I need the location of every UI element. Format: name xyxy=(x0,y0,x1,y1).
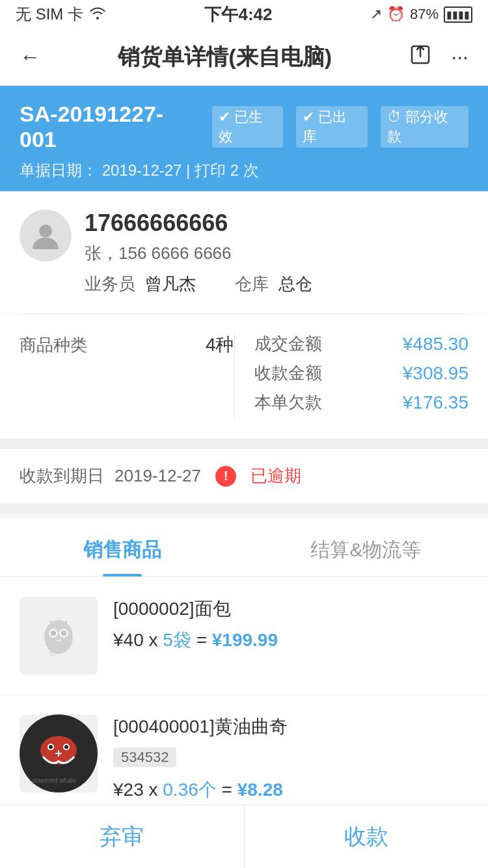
product-tag-2: 534532 xyxy=(113,748,176,767)
banner-row1: SA-20191227-001 ✔ 已生效 ✔ 已出库 ⏱ 部分收款 xyxy=(20,102,468,152)
sales-rep-info: 业务员 曾凡杰 xyxy=(85,273,196,295)
product-unit-price-1: ¥40 xyxy=(113,630,144,650)
overdue-text: 已逾期 xyxy=(251,465,301,487)
svg-point-13 xyxy=(64,745,68,749)
alarm-icon: ⏰ xyxy=(387,6,405,23)
status-left: 无 SIM 卡 xyxy=(16,4,107,25)
banner-row2: 单据日期： 2019-12-27 | 打印 2 次 xyxy=(20,160,468,181)
wifi-icon xyxy=(88,5,107,23)
product-price-1: ¥40 x 5袋 = ¥199.99 xyxy=(113,628,468,653)
nav-bar: ← 销货单详情(来自电脑) ··· xyxy=(0,29,488,86)
summary-section: 商品种类 4种 成交金额 ¥485.30 收款金额 ¥308.95 本单欠款 ¥… xyxy=(0,314,488,439)
svg-text:powered whale: powered whale xyxy=(33,777,77,784)
due-date-label: 收款到期日 xyxy=(20,465,104,487)
svg-point-1 xyxy=(39,224,52,237)
status-bar: 无 SIM 卡 下午4:42 ↗ ⏰ 87% ▮▮▮▮ xyxy=(0,0,488,29)
svg-point-5 xyxy=(51,631,56,636)
date-label: 单据日期： xyxy=(20,161,98,179)
received-value: ¥308.95 xyxy=(403,363,468,384)
sales-rep-value: 曾凡杰 xyxy=(145,274,196,293)
more-icon[interactable]: ··· xyxy=(451,45,468,69)
warehouse-label: 仓库 xyxy=(235,274,269,293)
due-date-value: 2019-12-27 xyxy=(115,466,201,486)
kind-count: 4种 xyxy=(206,332,234,357)
received-item: 收款金额 ¥308.95 xyxy=(254,362,469,385)
print-info: | 打印 2 次 xyxy=(186,161,259,179)
status-right: ↗ ⏰ 87% ▮▮▮▮ xyxy=(370,6,472,23)
product-kinds: 商品种类 4种 xyxy=(20,332,234,357)
section-divider-2 xyxy=(0,503,488,513)
product-code-1: [0000002]面包 xyxy=(113,597,468,621)
product-info-2: [000400001]黄油曲奇 534532 ¥23 x 0.36个 = ¥8.… xyxy=(113,714,468,802)
location-icon: ↗ xyxy=(370,6,382,23)
sales-rep-label: 业务员 xyxy=(85,274,135,293)
customer-name-phone: 张，156 6666 6666 xyxy=(85,242,468,265)
debt-item: 本单欠款 ¥176.35 xyxy=(254,391,469,414)
badge-partial-payment: ⏱ 部分收款 xyxy=(381,106,468,148)
collect-button[interactable]: 收款 xyxy=(245,805,489,868)
reject-button[interactable]: 弃审 xyxy=(0,805,245,868)
warehouse-info: 仓库 总仓 xyxy=(235,273,312,295)
order-date: 2019-12-27 xyxy=(102,161,182,179)
order-header: SA-20191227-001 ✔ 已生效 ✔ 已出库 ⏱ 部分收款 单据日期：… xyxy=(0,86,488,191)
sim-status: 无 SIM 卡 xyxy=(16,4,83,25)
svg-point-12 xyxy=(49,745,53,749)
status-time: 下午4:42 xyxy=(204,3,272,26)
battery-icon: ▮▮▮▮ xyxy=(444,7,472,23)
tabs-container: 销售商品 结算&物流等 xyxy=(0,519,488,577)
product-info-1: [0000002]面包 ¥40 x 5袋 = ¥199.99 xyxy=(113,597,468,653)
avatar xyxy=(20,210,72,262)
amount-item: 成交金额 ¥485.30 xyxy=(254,332,469,355)
customer-section: 17666666666 张，156 6666 6666 业务员 曾凡杰 仓库 总… xyxy=(0,191,488,314)
product-total-2: ¥8.28 xyxy=(237,780,283,800)
section-divider-1 xyxy=(0,439,488,449)
back-button[interactable]: ← xyxy=(20,45,40,69)
product-thumb-1: 鱼+ xyxy=(20,597,98,675)
summary-right: 成交金额 ¥485.30 收款金额 ¥308.95 本单欠款 ¥176.35 xyxy=(254,332,469,420)
kind-label: 商品种类 xyxy=(20,334,87,357)
product-qty-1: 5袋 xyxy=(163,630,191,650)
product-price-2: ¥23 x 0.36个 = ¥8.28 xyxy=(113,778,468,802)
amount-label: 成交金额 xyxy=(254,332,322,355)
product-qty-2: 0.36个 xyxy=(163,780,217,800)
list-item: 鱼+ [0000002]面包 ¥40 x 5袋 = ¥199.99 xyxy=(0,577,488,695)
debt-value: ¥176.35 xyxy=(403,392,468,413)
battery-text: 87% xyxy=(410,6,439,23)
list-item: powered whale [000400001]黄油曲奇 534532 ¥23… xyxy=(0,695,488,822)
product-code-2: [000400001]黄油曲奇 xyxy=(113,714,468,739)
product-list: 鱼+ [0000002]面包 ¥40 x 5袋 = ¥199.99 xyxy=(0,577,488,822)
svg-point-6 xyxy=(61,631,66,636)
page-title: 销货单详情(来自电脑) xyxy=(118,42,332,72)
tab-settlement[interactable]: 结算&物流等 xyxy=(244,519,488,576)
nav-actions: ··· xyxy=(409,44,468,71)
customer-info: 17666666666 张，156 6666 6666 业务员 曾凡杰 仓库 总… xyxy=(85,210,468,295)
received-label: 收款金额 xyxy=(254,362,322,385)
tab-products[interactable]: 销售商品 xyxy=(0,519,244,576)
product-thumb-2: powered whale xyxy=(20,714,98,793)
customer-meta: 业务员 曾凡杰 仓库 总仓 xyxy=(85,273,468,295)
due-date-section: 收款到期日 2019-12-27 ! 已逾期 xyxy=(0,449,488,503)
amount-value: ¥485.30 xyxy=(403,334,468,355)
share-icon[interactable] xyxy=(409,44,431,71)
svg-text:鱼+: 鱼+ xyxy=(49,649,60,657)
bottom-bar: 弃审 收款 xyxy=(0,804,488,868)
customer-id: 17666666666 xyxy=(85,210,468,237)
debt-label: 本单欠款 xyxy=(254,391,322,414)
overdue-icon: ! xyxy=(215,466,236,487)
badge-effective: ✔ 已生效 xyxy=(212,106,283,148)
badge-dispatched: ✔ 已出库 xyxy=(296,106,367,148)
product-total-1: ¥199.99 xyxy=(212,630,278,650)
summary-left: 商品种类 4种 xyxy=(20,332,235,420)
product-unit-price-2: ¥23 xyxy=(113,780,144,800)
order-id: SA-20191227-001 xyxy=(20,102,199,152)
warehouse-value: 总仓 xyxy=(278,274,312,293)
